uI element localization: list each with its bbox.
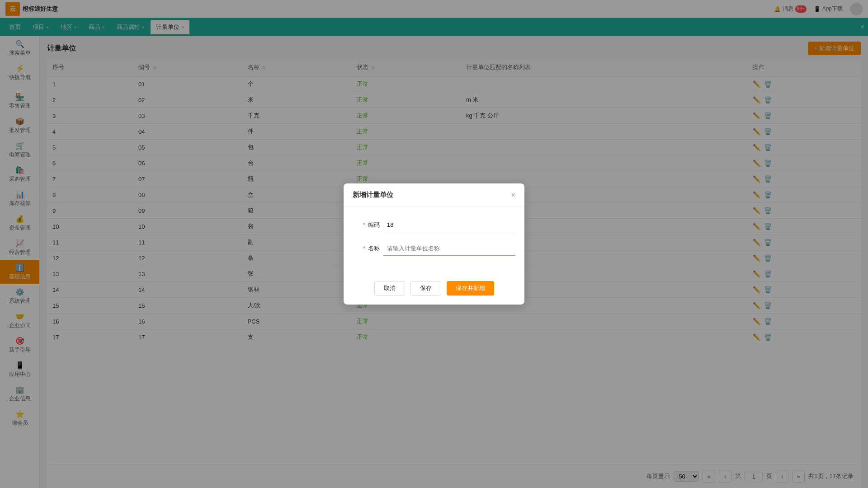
required-star-code: * [363,221,365,228]
code-input[interactable] [383,218,515,232]
modal-close-button[interactable]: × [511,191,515,199]
code-label-text: 编码 [368,221,380,228]
name-label: * 名称 [353,244,380,253]
form-row-code: * 编码 [353,218,515,232]
modal-header: 新增计量单位 × [344,183,524,207]
modal-footer: 取消 保存 保存并新增 [344,276,524,305]
save-button[interactable]: 保存 [410,281,441,296]
modal-body: * 编码 * 名称 [344,207,524,276]
modal-title: 新增计量单位 [353,191,393,199]
code-label: * 编码 [353,221,380,229]
save-and-new-button[interactable]: 保存并新增 [447,281,494,296]
form-row-name: * 名称 [353,241,515,256]
required-star-name: * [363,245,365,252]
modal-overlay: 新增计量单位 × * 编码 * 名称 取消 保存 保存并新增 [0,0,868,488]
name-label-text: 名称 [368,245,380,252]
add-unit-modal: 新增计量单位 × * 编码 * 名称 取消 保存 保存并新增 [344,183,524,305]
cancel-button[interactable]: 取消 [374,281,405,296]
name-input[interactable] [383,241,515,256]
